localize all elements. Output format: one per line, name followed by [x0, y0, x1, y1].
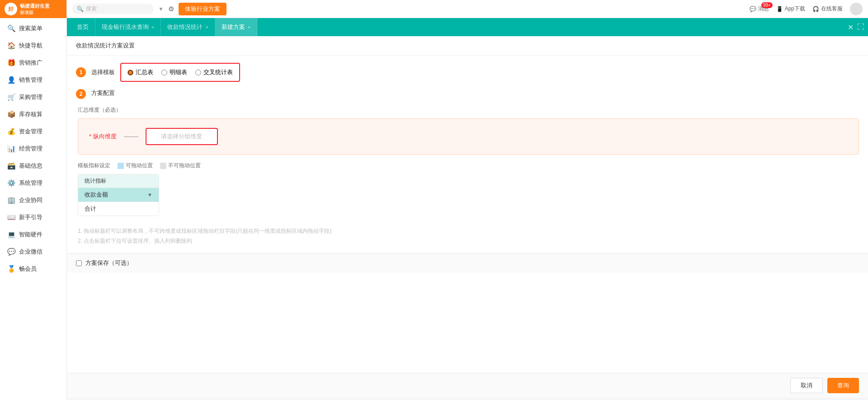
hardware-icon: 💻	[7, 231, 15, 239]
sidebar-item-marketing[interactable]: 🎁 营销推广	[0, 54, 66, 71]
box-icon: 📦	[7, 110, 15, 118]
tab-receipt[interactable]: 收款情况统计 ×	[161, 18, 215, 36]
industry-btn[interactable]: 体验行业方案	[179, 3, 226, 15]
metrics-config: 模板指标设定 可拖动位置 不可拖动位置 统计指标	[78, 162, 859, 217]
close-tab-new-plan[interactable]: ×	[248, 24, 250, 30]
template-options: 汇总表 明细表 交叉统计表	[120, 63, 240, 82]
radio-cross[interactable]: 交叉统计表	[195, 68, 233, 76]
radio-summary-input[interactable]	[127, 70, 133, 75]
sidebar-item-sales[interactable]: 👤 销售管理	[0, 71, 66, 89]
support-btn[interactable]: 🎧 在线客服	[812, 5, 843, 13]
dimension-select[interactable]: 请选择分组维度	[146, 128, 218, 145]
member-icon: 🏅	[7, 265, 15, 273]
tips-section: 1. 拖动标题栏可以调整布局，不可跨维度或指标区域拖动栏目字段(只能在同一维度或…	[78, 226, 859, 246]
sidebar-item-enterprise[interactable]: 🏢 企业协同	[0, 192, 66, 209]
money-icon: 💰	[7, 127, 15, 136]
tab-new-plan[interactable]: 新建方案 ×	[215, 18, 257, 36]
metrics-cell-amount[interactable]: 收款金额 ▼	[78, 188, 159, 202]
enterprise-icon: 🏢	[7, 196, 15, 204]
search-placeholder: 搜索	[86, 5, 97, 13]
save-section: 方案保存（可选）	[67, 253, 868, 273]
tab-cashflow[interactable]: 现金银行流水查询 ×	[95, 18, 161, 36]
sidebar-item-inventory[interactable]: 📦 库存核算	[0, 106, 66, 123]
main-area: 🔍 搜索 ▼ ⚙ 体验行业方案 💬 消息 99+ 📱 App下载 🎧 在线客服	[67, 0, 868, 400]
save-label[interactable]: 方案保存（可选）	[85, 259, 132, 267]
home-icon: 🏠	[7, 42, 15, 50]
notification-icon: 💬	[750, 6, 756, 12]
metrics-sum-row: 合计	[78, 202, 159, 216]
sidebar-item-search[interactable]: 🔍 搜索菜单	[0, 20, 66, 37]
radio-summary[interactable]: 汇总表	[127, 68, 153, 76]
tab-bar: 首页 现金银行流水查询 × 收款情况统计 × 新建方案 × ✕ ⛶	[67, 18, 868, 36]
dimension-area: * 纵向维度 —— 请选择分组维度	[78, 118, 859, 155]
content-area: 收款情况统计方案设置 1 选择模板 汇总表	[67, 36, 868, 400]
database-icon: 🗃️	[7, 162, 15, 170]
logo-icon: 好	[5, 3, 17, 15]
step2-row: 2 方案配置	[76, 89, 859, 99]
dropdown-arrow-icon[interactable]: ▼	[147, 192, 152, 198]
close-window-btn[interactable]: ✕	[848, 23, 854, 32]
step1-badge: 1	[76, 67, 86, 77]
step1-label: 选择模板	[91, 68, 115, 76]
header-search-box[interactable]: 🔍 搜索	[72, 4, 154, 14]
tab-home[interactable]: 首页	[71, 18, 95, 36]
radio-cross-input[interactable]	[195, 70, 201, 75]
tip-2: 2. 点击标题栏下拉可设置排序、插入列和删除列	[78, 236, 859, 246]
hint-draggable: 可拖动位置	[118, 162, 153, 169]
sidebar-item-hardware[interactable]: 💻 智能硬件	[0, 226, 66, 243]
user-avatar[interactable]	[850, 3, 863, 15]
row-dim-label: * 纵向维度	[89, 132, 117, 141]
sidebar-item-basic[interactable]: 🗃️ 基础信息	[0, 157, 66, 174]
sidebar: 好 畅捷通好生意 标准版 🔍 搜索菜单 🏠 快捷导航 🎁 营销推广 👤 销售管理…	[0, 0, 67, 400]
chart-icon: 📊	[7, 145, 15, 153]
sidebar-item-guide[interactable]: 📖 新手引导	[0, 209, 66, 226]
close-tab-cashflow[interactable]: ×	[151, 24, 154, 30]
content-inner: 收款情况统计方案设置 1 选择模板 汇总表	[67, 36, 868, 373]
step1-row: 1 选择模板 汇总表 明细表	[76, 63, 859, 82]
cart-icon: 🛒	[7, 93, 15, 101]
cancel-button[interactable]: 取消	[790, 378, 823, 393]
close-tab-receipt[interactable]: ×	[205, 24, 208, 30]
radio-detail-input[interactable]	[161, 70, 167, 75]
sidebar-item-system[interactable]: ⚙️ 系统管理	[0, 174, 66, 192]
query-button[interactable]: 查询	[827, 378, 859, 393]
dim-arrow: ——	[124, 132, 138, 141]
save-checkbox[interactable]	[76, 260, 82, 266]
radio-group: 汇总表 明细表 交叉统计表	[127, 68, 233, 76]
dropdown-icon[interactable]: ▼	[158, 6, 164, 12]
config-section: 汇总维度（必选） * 纵向维度 —— 请选择分组维度 模板指标设定	[78, 106, 859, 246]
settings-icon: ⚙️	[7, 179, 15, 187]
page-title: 收款情况统计方案设置	[67, 36, 868, 56]
wechat-icon: 💬	[7, 248, 15, 256]
logo-text: 畅捷通好生意 标准版	[20, 3, 50, 16]
notification-btn[interactable]: 💬 消息 99+	[750, 5, 769, 13]
headset-icon: 🎧	[812, 6, 819, 12]
not-draggable-indicator	[160, 163, 166, 169]
draggable-indicator	[118, 163, 124, 169]
sidebar-item-purchase[interactable]: 🛒 采购管理	[0, 89, 66, 106]
download-btn[interactable]: 📱 App下载	[776, 5, 805, 13]
sidebar-item-quick-nav[interactable]: 🏠 快捷导航	[0, 37, 66, 54]
book-icon: 📖	[7, 213, 15, 221]
maximize-btn[interactable]: ⛶	[857, 23, 864, 32]
logo: 好 畅捷通好生意 标准版	[0, 0, 66, 18]
sidebar-nav: 🔍 搜索菜单 🏠 快捷导航 🎁 营销推广 👤 销售管理 🛒 采购管理 📦 库存核…	[0, 18, 66, 400]
download-icon: 📱	[776, 6, 783, 12]
metrics-title: 模板指标设定	[78, 162, 110, 169]
tip-1: 1. 拖动标题栏可以调整布局，不可跨维度或指标区域拖动栏目字段(只能在同一维度或…	[78, 226, 859, 236]
sidebar-item-member[interactable]: 🏅 畅会员	[0, 260, 66, 278]
sidebar-item-operation[interactable]: 📊 经营管理	[0, 140, 66, 157]
sidebar-item-wechat[interactable]: 💬 企业微信	[0, 243, 66, 260]
settings-icon[interactable]: ⚙	[168, 5, 174, 13]
metrics-table: 统计指标 收款金额 ▼ 合计	[78, 174, 159, 216]
notification-badge: 99+	[761, 2, 773, 8]
radio-detail[interactable]: 明细表	[161, 68, 187, 76]
top-header: 🔍 搜索 ▼ ⚙ 体验行业方案 💬 消息 99+ 📱 App下载 🎧 在线客服	[67, 0, 868, 18]
download-label: App下载	[785, 5, 805, 13]
search-icon: 🔍	[77, 6, 84, 12]
sidebar-item-finance[interactable]: 💰 资金管理	[0, 123, 66, 140]
header-actions: 💬 消息 99+ 📱 App下载 🎧 在线客服	[750, 3, 863, 15]
metrics-group-header: 统计指标	[78, 174, 159, 188]
metrics-hint: 模板指标设定 可拖动位置 不可拖动位置	[78, 162, 859, 169]
gift-icon: 🎁	[7, 59, 15, 67]
